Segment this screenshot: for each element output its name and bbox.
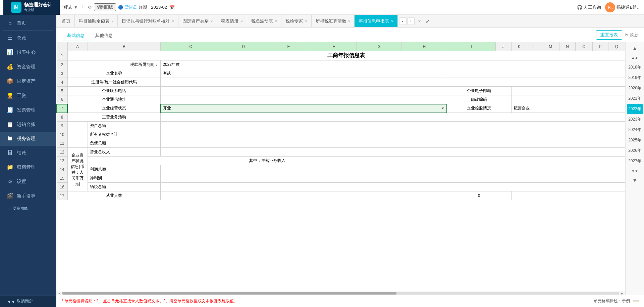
old-version-button[interactable]: 切到旧版 — [94, 3, 116, 11]
tab-bar: 首页 科目辅助余额表 × 日记账与银行对账单核对 × 固定资产类别 × 税表清册… — [56, 15, 644, 28]
close-icon: 🗄 — [7, 150, 13, 156]
reset-button[interactable]: 重置报表 — [596, 30, 622, 40]
year-2026[interactable]: 2026年 — [627, 146, 643, 156]
sidebar-item-close[interactable]: 🗄 结账 — [0, 146, 56, 160]
logo-text-block: 畅捷通好会计 专业版 — [24, 2, 52, 12]
tab-annual-report[interactable]: 年报信息申报表 × — [355, 15, 397, 28]
user-menu[interactable]: Rit 畅捷通B组... — [605, 2, 641, 12]
year-2018[interactable]: 2018年 — [627, 62, 643, 72]
tab-expand-button[interactable]: ⤢ — [424, 17, 431, 25]
add-tab-button[interactable]: + — [80, 4, 86, 11]
sidebar-item-tax[interactable]: 🏛 税务管理 — [0, 132, 56, 146]
sidebar-item-reports[interactable]: 📊 报表中心 — [0, 45, 56, 59]
col-header-b: B — [88, 42, 161, 51]
sidebar-item-payroll[interactable]: 👷 工资 — [0, 88, 56, 103]
tab-label: 所得税汇算清缴 — [316, 18, 346, 24]
cell-c6[interactable] — [161, 95, 447, 104]
tab-bank[interactable]: 日记账与银行对账单核对 × — [118, 15, 178, 28]
year-2025[interactable]: 2025年 — [627, 135, 643, 145]
sub-tab-other[interactable]: 其他信息 — [90, 31, 118, 41]
dropdown-arrow-icon[interactable]: ▼ — [74, 5, 78, 10]
sidebar-item-home[interactable]: ⌂ 首页 — [0, 16, 56, 30]
year-down2-button[interactable]: ▼▼ — [630, 166, 640, 176]
tab-close-all-button[interactable]: × — [416, 17, 423, 25]
tab-close-icon[interactable]: × — [348, 19, 350, 23]
tab-auxiliary[interactable]: 科目辅助余额表 × — [75, 15, 118, 28]
cell-a4: 注册号/统一社会信用代码 — [67, 78, 161, 87]
tab-close-icon[interactable]: × — [275, 19, 277, 23]
cell-c2[interactable]: 2022年度 — [161, 60, 447, 69]
sidebar-item-assets[interactable]: 📦 固定资产 — [0, 74, 56, 88]
year-2022[interactable]: 2022年 — [627, 104, 643, 114]
tab-tax-fluctuation[interactable]: 税负波动表 × — [247, 15, 281, 28]
tab-close-icon[interactable]: × — [391, 19, 393, 23]
tab-tax-table[interactable]: 税表清册 × — [217, 15, 247, 28]
cell-a10 — [67, 130, 88, 139]
year-2023[interactable]: 2023年 — [627, 115, 643, 124]
cell-c4[interactable] — [161, 78, 447, 87]
cell-c10[interactable] — [161, 130, 447, 139]
year-2020[interactable]: 2020年 — [627, 83, 643, 93]
cell-c14[interactable] — [161, 165, 447, 174]
year-2024[interactable]: 2024年 — [627, 125, 643, 135]
cell-c3[interactable]: 测试 — [161, 69, 447, 78]
cell-j5: 企业电子邮箱 — [447, 87, 511, 95]
year-2021[interactable]: 2021年 — [627, 94, 643, 103]
refresh-button[interactable]: ↻ 刷新 — [625, 32, 639, 38]
horizontal-scrollbar[interactable]: ◄ ► — [56, 291, 625, 295]
cell-l5[interactable] — [511, 87, 625, 95]
year-down-button[interactable]: ▼ — [630, 176, 640, 185]
tab-next-button[interactable]: › — [407, 17, 415, 25]
cell-c5[interactable] — [161, 87, 447, 95]
example-cell — [633, 300, 639, 302]
tab-home[interactable]: 首页 — [58, 15, 75, 28]
sidebar-item-settings[interactable]: ⚙ 设置 — [0, 174, 56, 189]
sub-tabs: 基础信息 其他信息 重置报表 ↻ 刷新 — [56, 28, 644, 42]
cell-j17[interactable]: 0 — [447, 191, 511, 200]
tab-close-icon[interactable]: × — [305, 19, 307, 23]
spreadsheet-scroll[interactable]: A B C D E F G H I J — [56, 42, 625, 291]
cell-c11[interactable] — [161, 139, 447, 148]
year-2019[interactable]: 2019年 — [627, 73, 643, 83]
sidebar-item-purchase[interactable]: 📋 进销台账 — [0, 117, 56, 132]
tab-close-icon[interactable]: × — [240, 19, 243, 23]
refresh-icon: ↻ — [625, 33, 629, 38]
cell-c7[interactable]: 开业 ▼ — [161, 104, 447, 113]
row-header: 1 — [57, 51, 67, 60]
sidebar-item-invoice[interactable]: 🧾 发票管理 — [0, 103, 56, 117]
cell-c9[interactable] — [161, 122, 447, 130]
sub-tab-basic[interactable]: 基础信息 — [62, 31, 90, 41]
cell-c12[interactable] — [161, 148, 447, 157]
extra-label: 更多功能 — [13, 206, 28, 211]
sheet-title-cell[interactable]: 工商年报信息表 — [67, 51, 625, 60]
tab-prev-button[interactable]: ‹ — [399, 17, 407, 25]
tab-tax-expert[interactable]: 税检专家 × — [281, 15, 311, 28]
support-button[interactable]: 🎧 人工咨询 — [577, 4, 601, 10]
year-up2-button[interactable]: ▲▲ — [630, 53, 640, 62]
tab-close-icon[interactable]: × — [172, 19, 174, 23]
tab-fixed-asset-cat[interactable]: 固定资产类别 × — [178, 15, 217, 28]
sidebar-pin-toggle[interactable]: ◄◄ 取消固定 — [0, 296, 56, 307]
cell-c15[interactable] — [161, 174, 447, 183]
cell-l7[interactable]: 私营企业 — [511, 104, 625, 113]
cell-c16[interactable] — [161, 183, 447, 191]
cell-c8[interactable] — [161, 113, 625, 122]
sidebar-item-guide[interactable]: 🎬 新手引导 — [0, 189, 56, 203]
pin-label: 取消固定 — [17, 299, 33, 304]
year-2027[interactable]: 2027年 — [627, 156, 643, 166]
tab-income-tax[interactable]: 所得税汇算清缴 × — [312, 15, 355, 28]
sidebar-item-funds[interactable]: 💰 资金管理 — [0, 59, 56, 74]
settings-icon[interactable]: ⚙ — [88, 5, 92, 10]
cell-j13[interactable] — [447, 157, 625, 165]
cell-j6: 邮政编码 — [447, 95, 511, 104]
settings-icon: ⚙ — [7, 178, 13, 185]
year-up-button[interactable]: ▲ — [630, 43, 640, 53]
archive-icon: 📁 — [7, 164, 13, 170]
tab-close-icon[interactable]: × — [111, 19, 113, 23]
sidebar-item-ledger[interactable]: ☰ 总账 — [0, 31, 56, 45]
cell-l6[interactable] — [511, 95, 625, 104]
sidebar-item-archive[interactable]: 📁 归档管理 — [0, 160, 56, 174]
tab-close-icon[interactable]: × — [211, 19, 213, 23]
cell-c17[interactable] — [161, 191, 447, 200]
sidebar-item-extra[interactable]: ··· 更多功能 — [0, 203, 56, 214]
